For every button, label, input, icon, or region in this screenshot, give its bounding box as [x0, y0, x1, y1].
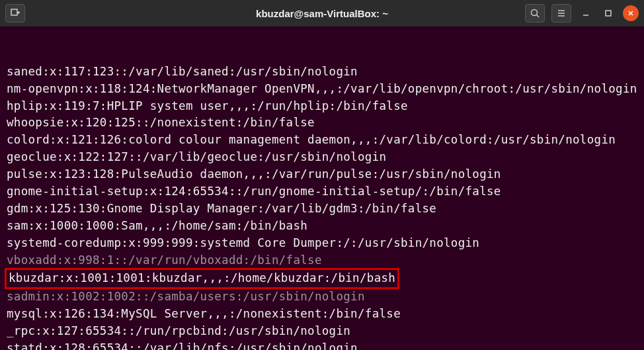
- terminal-line: systemd-coredump:x:999:999:systemd Core …: [7, 235, 637, 252]
- terminal-line: pulse:x:123:128:PulseAudio daemon,,,:/va…: [7, 166, 637, 183]
- close-button[interactable]: [623, 5, 639, 21]
- titlebar-right: [525, 4, 639, 22]
- terminal-line: vboxadd:x:998:1::/var/run/vboxadd:/bin/f…: [7, 252, 637, 269]
- new-tab-button[interactable]: [5, 4, 25, 22]
- search-icon: [530, 8, 540, 19]
- terminal-line: geoclue:x:122:127::/var/lib/geoclue:/usr…: [7, 149, 637, 166]
- terminal-line: sadmin:x:1002:1002::/samba/users:/usr/sb…: [7, 288, 637, 306]
- svg-rect-9: [606, 11, 611, 16]
- svg-rect-0: [11, 9, 17, 15]
- terminal-line: sam:x:1000:1000:Sam,,,:/home/sam:/bin/ba…: [7, 218, 637, 235]
- terminal-line: gnome-initial-setup:x:124:65534::/run/gn…: [7, 183, 637, 200]
- titlebar-left: [5, 4, 25, 22]
- window-titlebar: kbuzdar@sam-VirtualBox: ~: [0, 0, 644, 26]
- window-title: kbuzdar@sam-VirtualBox: ~: [256, 8, 388, 19]
- minimize-button[interactable]: [578, 5, 594, 21]
- terminal-output[interactable]: saned:x:117:123::/var/lib/saned:/usr/sbi…: [0, 26, 644, 350]
- close-icon: [627, 9, 635, 17]
- terminal-line: whoopsie:x:120:125::/nonexistent:/bin/fa…: [7, 114, 637, 132]
- terminal-line: gdm:x:125:130:Gnome Display Manager:/var…: [7, 200, 637, 218]
- search-button[interactable]: [525, 4, 545, 22]
- hamburger-icon: [556, 8, 567, 19]
- maximize-button[interactable]: [600, 5, 616, 21]
- terminal-line: saned:x:117:123::/var/lib/saned:/usr/sbi…: [7, 64, 637, 81]
- terminal-line: kbuzdar:x:1001:1001:kbuzdar,,,:/home/kbu…: [7, 269, 637, 288]
- svg-point-3: [532, 10, 538, 16]
- terminal-line: _rpc:x:127:65534::/run/rpcbind:/usr/sbin…: [7, 323, 637, 340]
- svg-line-4: [537, 15, 540, 18]
- new-tab-icon: [10, 8, 20, 19]
- terminal-line: hplip:x:119:7:HPLIP system user,,,:/run/…: [7, 98, 637, 115]
- terminal-line: colord:x:121:126:colord colour managemen…: [7, 132, 637, 149]
- terminal-line: nm-openvpn:x:118:124:NetworkManager Open…: [7, 81, 637, 98]
- terminal-line: statd:x:128:65534::/var/lib/nfs:/usr/sbi…: [7, 340, 637, 350]
- maximize-icon: [604, 9, 613, 18]
- highlighted-entry: kbuzdar:x:1001:1001:kbuzdar,,,:/home/kbu…: [5, 268, 399, 289]
- terminal-line: mysql:x:126:134:MySQL Server,,,:/nonexis…: [7, 306, 637, 323]
- minimize-icon: [581, 9, 590, 18]
- menu-button[interactable]: [551, 4, 571, 22]
